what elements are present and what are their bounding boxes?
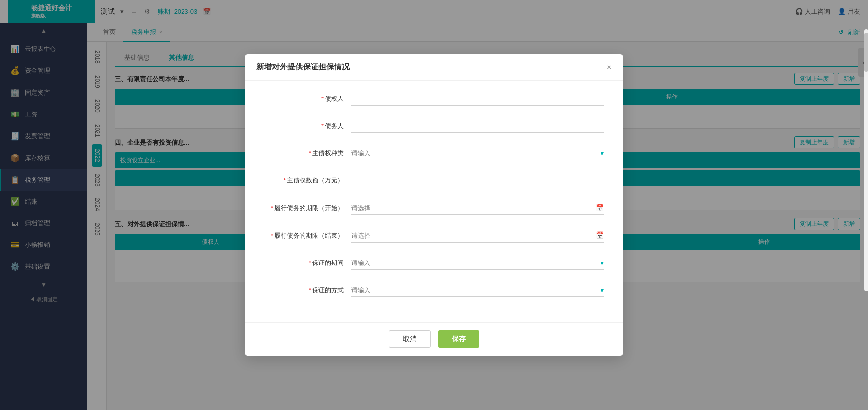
form-row-claim-type: *主债权种类 ▾ xyxy=(264,147,604,160)
form-row-guarantee-method: *保证的方式 ▾ xyxy=(264,283,604,297)
form-row-period-start: *履行债务的期限（开始） 📅 xyxy=(264,201,604,215)
period-end-label: *履行债务的期限（结束） xyxy=(264,231,351,240)
modal-header: 新增对外提供保证担保情况 × xyxy=(245,54,623,81)
period-end-date[interactable]: 📅 xyxy=(351,229,604,243)
claim-amount-label: *主债权数额（万元） xyxy=(264,176,351,185)
creditor-input[interactable] xyxy=(351,92,604,106)
debtor-label: *债务人 xyxy=(264,122,351,131)
modal-close-button[interactable]: × xyxy=(606,63,612,72)
period-end-cal-icon[interactable]: 📅 xyxy=(596,231,604,239)
creditor-label: *债权人 xyxy=(264,95,351,103)
guarantee-period-arrow[interactable]: ▾ xyxy=(601,259,604,267)
cancel-button[interactable]: 取消 xyxy=(389,330,431,348)
modal-title: 新增对外提供保证担保情况 xyxy=(256,62,350,72)
claim-type-arrow[interactable]: ▾ xyxy=(601,149,604,157)
modal-dialog: 新增对外提供保证担保情况 × *债权人 *债务人 xyxy=(245,54,623,356)
period-start-required: * xyxy=(271,204,273,212)
guarantee-method-label: *保证的方式 xyxy=(264,286,351,295)
creditor-required: * xyxy=(321,95,324,102)
claim-type-input[interactable] xyxy=(351,147,601,160)
form-row-creditor: *债权人 xyxy=(264,92,604,106)
form-row-period-end: *履行债务的期限（结束） 📅 xyxy=(264,229,604,243)
claim-type-required: * xyxy=(309,149,311,157)
claim-amount-required: * xyxy=(284,177,286,184)
save-button[interactable]: 保存 xyxy=(438,330,479,348)
period-start-date[interactable]: 📅 xyxy=(351,201,604,215)
form-row-claim-amount: *主债权数额（万元） xyxy=(264,174,604,187)
guarantee-period-input[interactable] xyxy=(351,256,601,269)
period-start-cal-icon[interactable]: 📅 xyxy=(596,204,604,212)
guarantee-method-arrow[interactable]: ▾ xyxy=(601,286,604,294)
modal-body: *债权人 *债务人 *主债权种类 ▾ xyxy=(245,81,623,322)
guarantee-period-required: * xyxy=(309,259,311,266)
form-row-debtor: *债务人 xyxy=(264,119,604,133)
debtor-required: * xyxy=(321,122,324,130)
guarantee-period-label: *保证的期间 xyxy=(264,259,351,267)
guarantee-method-input[interactable] xyxy=(351,283,601,296)
claim-amount-input[interactable] xyxy=(351,174,604,187)
modal-footer: 取消 保存 xyxy=(245,322,623,356)
guarantee-method-select[interactable]: ▾ xyxy=(351,283,604,297)
claim-type-select[interactable]: ▾ xyxy=(351,147,604,160)
period-end-input[interactable] xyxy=(351,232,596,239)
debtor-input[interactable] xyxy=(351,119,604,133)
modal-overlay: 新增对外提供保证担保情况 × *债权人 *债务人 xyxy=(0,0,868,410)
claim-type-label: *主债权种类 xyxy=(264,149,351,158)
form-row-guarantee-period: *保证的期间 ▾ xyxy=(264,256,604,270)
guarantee-method-required: * xyxy=(309,286,311,294)
guarantee-period-select[interactable]: ▾ xyxy=(351,256,604,270)
period-start-label: *履行债务的期限（开始） xyxy=(264,204,351,213)
period-start-input[interactable] xyxy=(351,204,596,212)
period-end-required: * xyxy=(271,232,273,239)
